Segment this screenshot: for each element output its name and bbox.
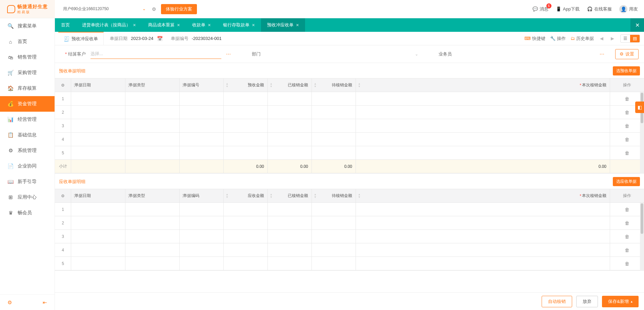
shortcut-button[interactable]: ⌨快捷键 [524, 36, 545, 42]
side-basic[interactable]: 📋基础信息 [0, 127, 55, 143]
delete-row-icon[interactable]: 🗑 [625, 207, 629, 212]
delete-row-icon[interactable]: 🗑 [625, 247, 629, 253]
side-collab[interactable]: 📄企业协同 [0, 158, 55, 174]
app-tabbar: 首页进货单统计表（按商品）✕商品成本重算✕收款单✕银行存取款单✕预收冲应收单✕✕ [55, 18, 644, 32]
user-menu[interactable]: 👤 用友 [619, 5, 638, 13]
operator-input[interactable] [457, 49, 595, 59]
grid-row[interactable]: 4 🗑 [55, 133, 644, 146]
support-link[interactable]: 🎧 在线客服 [587, 6, 612, 12]
tab-close-icon[interactable]: ✕ [133, 23, 136, 27]
delete-row-icon[interactable]: 🗑 [625, 96, 629, 102]
tab-close-icon[interactable]: ✕ [177, 23, 180, 27]
customer-input[interactable]: 选择... [90, 49, 221, 59]
delete-row-icon[interactable]: 🗑 [625, 137, 629, 142]
calendar-icon[interactable]: 📅 [157, 36, 163, 41]
tenant-dropdown[interactable]: 用户690企业1660120750 ⌄ [60, 4, 148, 14]
tab-商品成本重算[interactable]: 商品成本重算✕ [142, 18, 186, 32]
tab-进货单统计表（按商品）[interactable]: 进货单统计表（按商品）✕ [76, 18, 142, 32]
select-prepaid-button[interactable]: 选预收单据 [613, 66, 640, 75]
grid-row[interactable]: 4 🗑 [55, 243, 644, 257]
grid-row[interactable]: 5 🗑 [55, 146, 644, 160]
grid-row[interactable]: 1 🗑 [55, 203, 644, 216]
trial-industry-button[interactable]: 体验行业方案 [161, 4, 197, 14]
side-search[interactable]: 🔍搜索菜单 [0, 18, 55, 34]
sidebar-settings-icon[interactable]: ⚙ [7, 300, 12, 306]
col-current[interactable]: ▲▼*本次核销金额 [356, 79, 610, 92]
view-list-button[interactable]: ☰ [621, 35, 630, 42]
right-drawer-toggle[interactable]: ◧ [635, 102, 644, 113]
grid-row[interactable]: 2 🗑 [55, 106, 644, 119]
side-system[interactable]: ⚙系统管理 [0, 143, 55, 158]
prev-doc-button[interactable]: ◀ [599, 36, 605, 41]
tab-银行存取款单[interactable]: 银行存取款单✕ [217, 18, 261, 32]
operator-more-icon[interactable]: ⋯ [600, 51, 605, 57]
delete-row-icon[interactable]: 🗑 [625, 150, 629, 156]
select-receivable-button[interactable]: 选应收单据 [613, 177, 640, 186]
messages-link[interactable]: 💬 消息 6 [532, 6, 548, 12]
side-biz[interactable]: 📊经营管理 [0, 112, 55, 127]
side-stock[interactable]: 🏠库存核算 [0, 81, 55, 96]
side-home[interactable]: ⌂首页 [0, 34, 55, 49]
tab-close-icon[interactable]: ✕ [252, 23, 255, 27]
grid-row[interactable]: 1 🗑 [55, 92, 644, 106]
delete-row-icon[interactable]: 🗑 [625, 220, 629, 226]
dept-input[interactable] [265, 49, 410, 59]
col-written[interactable]: ▲▼已核销金额 [268, 189, 312, 202]
subtotal-written: 0.00 [268, 160, 312, 173]
col-no[interactable]: ▲▼单据编码 [180, 189, 224, 202]
col-current[interactable]: ▲▼*本次核销金额 [356, 189, 610, 202]
view-form-button[interactable]: ▤ [630, 35, 640, 42]
dept-dropdown-icon[interactable]: ⌄ [415, 52, 418, 57]
close-all-tabs-button[interactable]: ✕ [630, 18, 644, 32]
col-written[interactable]: ▲▼已核销金额 [268, 79, 312, 92]
side-finance[interactable]: 💰资金管理 [0, 96, 55, 112]
grid-settings-icon[interactable]: ⚙ [55, 189, 71, 202]
tab-close-icon[interactable]: ✕ [208, 23, 211, 27]
app-download-link[interactable]: 📱 App下载 [556, 6, 580, 12]
delete-row-icon[interactable]: 🗑 [625, 234, 629, 239]
sidebar-collapse-icon[interactable]: ⇤ [43, 300, 47, 306]
grid-row[interactable]: 3 🗑 [55, 230, 644, 243]
col-date[interactable]: ▲▼单据日期 [71, 189, 125, 202]
grid-row[interactable]: 5 🗑 [55, 257, 644, 270]
col-type[interactable]: ▲▼单据类型 [125, 189, 180, 202]
grid-row[interactable]: 2 🗑 [55, 216, 644, 230]
customer-more-icon[interactable]: ⋯ [226, 51, 232, 57]
side-apps[interactable]: ⊞应用中心 [0, 190, 55, 205]
delete-row-icon[interactable]: 🗑 [625, 123, 629, 129]
tab-收款单[interactable]: 收款单✕ [186, 18, 217, 32]
document-actions: ⌨快捷键 🔧操作 🗂历史单据 ◀ ▶ ☰ ▤ [524, 35, 644, 43]
form-settings-button[interactable]: ⚙ 设置 [615, 49, 639, 59]
tab-close-icon[interactable]: ✕ [296, 23, 299, 27]
side-member[interactable]: ♛畅会员 [0, 205, 55, 221]
delete-row-icon[interactable]: 🗑 [625, 110, 629, 115]
cancel-button[interactable]: 放弃 [576, 296, 598, 307]
delete-row-icon[interactable]: 🗑 [625, 261, 629, 266]
col-date[interactable]: ▲▼单据日期 [71, 79, 125, 92]
col-type[interactable]: ▲▼单据类型 [125, 79, 180, 92]
history-button[interactable]: 🗂历史单据 [570, 36, 594, 42]
document-tab[interactable]: 🧾 预收冲应收单 [58, 32, 104, 45]
side-purchase[interactable]: 🛒采购管理 [0, 65, 55, 81]
next-doc-button[interactable]: ▶ [609, 36, 616, 41]
document-body: 结算客户 选择... ⋯ 部门 ⌄ 业务员 ⋯ ⚙ 设置 预收单据明细 [55, 45, 644, 292]
side-search-icon: 🔍 [7, 23, 14, 29]
doc-date-value[interactable]: 2023-03-24 [131, 36, 154, 41]
tab-预收冲应收单[interactable]: 预收冲应收单✕ [261, 18, 305, 32]
tab-首页[interactable]: 首页 [55, 18, 76, 32]
save-and-new-button[interactable]: 保存&新增 ▴ [602, 296, 639, 307]
side-guide[interactable]: 📖新手引导 [0, 174, 55, 190]
auto-writeoff-button[interactable]: 自动核销 [542, 296, 572, 307]
tenant-settings-icon[interactable]: ⚙ [152, 6, 156, 12]
side-sales[interactable]: 🛍销售管理 [0, 49, 55, 65]
col-amount[interactable]: ▲▼应收金额 [224, 189, 268, 202]
topbar: 畅捷通好生意 精易版 用户690企业1660120750 ⌄ ⚙ 体验行业方案 … [0, 0, 644, 18]
grid-row[interactable]: 3 🗑 [55, 119, 644, 133]
col-amount[interactable]: ▲▼预收金额 [224, 79, 268, 92]
operate-button[interactable]: 🔧操作 [550, 36, 566, 42]
col-no[interactable]: ▲▼单据编号 [180, 79, 224, 92]
grid-scrollbar[interactable] [640, 203, 644, 270]
col-pending[interactable]: ▲▼待核销金额 [312, 79, 356, 92]
col-pending[interactable]: ▲▼待核销金额 [312, 189, 356, 202]
grid-settings-icon[interactable]: ⚙ [55, 79, 71, 92]
